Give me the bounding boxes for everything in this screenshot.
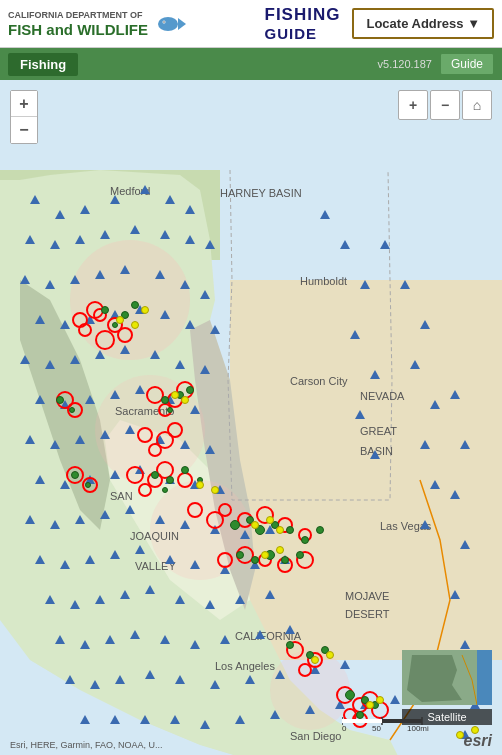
svg-point-3 [163, 21, 164, 22]
satellite-canvas [402, 650, 492, 705]
map-controls-right: + − ⌂ [398, 90, 492, 120]
zoom-out-map-button[interactable]: − [430, 90, 460, 120]
svg-marker-1 [178, 18, 186, 30]
app-header: CALIFORNIA DEPARTMENT OF FISH and WILDLI… [0, 0, 502, 48]
fish-icon [154, 8, 186, 40]
version-label: v5.120.187 [78, 58, 432, 70]
zoom-controls: + − [10, 90, 38, 144]
guide-button[interactable]: Guide [440, 53, 494, 75]
home-button[interactable]: ⌂ [462, 90, 492, 120]
toolbar: Fishing v5.120.187 Guide [0, 48, 502, 80]
esri-logo: esri [464, 732, 492, 750]
svg-text:0: 0 [342, 724, 347, 731]
svg-rect-9 [382, 719, 422, 723]
dept-name: CALIFORNIA DEPARTMENT OF FISH and WILDLI… [8, 9, 148, 39]
fishing-tab[interactable]: Fishing [8, 53, 78, 76]
scale-bar: 0 50 100mi [342, 711, 442, 733]
zoom-out-button[interactable]: − [11, 117, 37, 143]
zoom-in-button[interactable]: + [11, 91, 37, 117]
map-container[interactable]: + − + − ⌂ MedfordHARNEY BASINHumboldtCar… [0, 80, 502, 755]
app-title: FISHING GUIDE [265, 5, 341, 42]
logo-area: CALIFORNIA DEPARTMENT OF FISH and WILDLI… [8, 8, 265, 40]
zoom-in-map-button[interactable]: + [398, 90, 428, 120]
svg-text:50: 50 [372, 724, 381, 731]
map-attribution: Esri, HERE, Garmin, FAO, NOAA, U... [10, 740, 163, 750]
svg-point-0 [158, 17, 178, 31]
svg-rect-8 [342, 719, 382, 723]
svg-text:100mi: 100mi [407, 724, 429, 731]
locate-address-button[interactable]: Locate Address ▼ [352, 8, 494, 39]
